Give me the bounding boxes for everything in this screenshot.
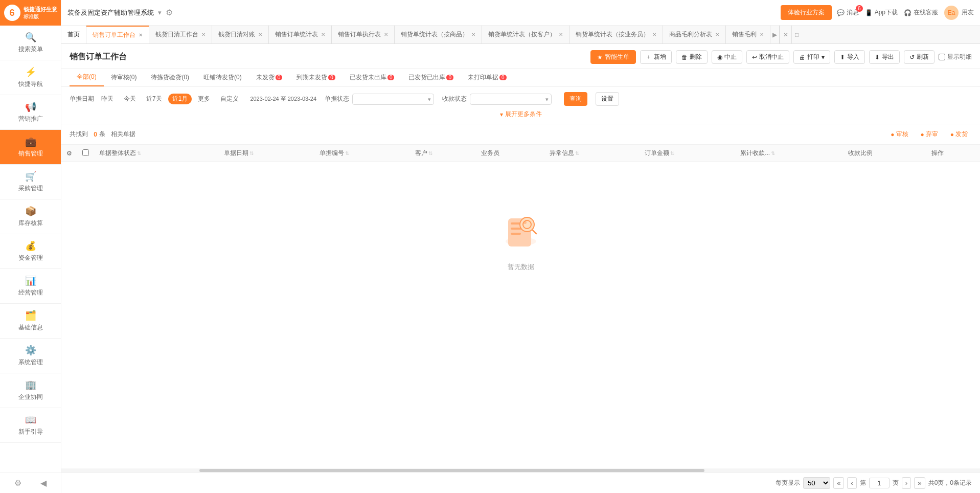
sidebar-item-basic[interactable]: 🗂️ 基础信息 — [0, 304, 61, 339]
refresh-button[interactable]: ↺ 刷新 — [904, 50, 935, 64]
filter-payment-select[interactable] — [470, 94, 552, 105]
tab-sales-gross[interactable]: 销售毛利 ✕ — [726, 26, 770, 44]
message-button[interactable]: 💬 消息 6 — [837, 8, 859, 17]
tab-close-icon[interactable]: ✕ — [321, 32, 325, 37]
add-button[interactable]: ＋ 新增 — [640, 50, 672, 64]
online-service-button[interactable]: 🎧 在线客服 — [904, 8, 938, 17]
app-download-button[interactable]: 📱 App下载 — [865, 8, 898, 17]
date-btn-yesterday[interactable]: 昨天 — [97, 94, 118, 104]
tab-sales-unified-staff[interactable]: 销货单统计表（按业务员） ✕ — [569, 26, 663, 44]
tab-gross-profit[interactable]: 商品毛利分析表 ✕ — [663, 26, 726, 44]
sidebar-item-guide[interactable]: 📖 新手引导 — [0, 408, 61, 443]
sub-tab-overdue-unshipped[interactable]: 到期未发货0 — [289, 69, 343, 86]
suspend-button[interactable]: ◉ 中止 — [712, 50, 742, 64]
unprinted-badge: 0 — [499, 75, 507, 80]
sort-icon[interactable]: ⇅ — [575, 150, 579, 156]
page-number-input[interactable] — [869, 478, 890, 488]
work-area: 销售订单工作台 ★ 智能生单 ＋ 新增 🗑 删除 ◉ 中止 — [61, 44, 980, 493]
smart-create-button[interactable]: ★ 智能生单 — [590, 50, 636, 64]
sub-tab-pending-review[interactable]: 待审核(0) — [104, 69, 144, 86]
audit-button[interactable]: ● 审核 — [886, 128, 912, 140]
sort-icon[interactable]: ⇅ — [249, 150, 254, 156]
sidebar-item-marketing[interactable]: 📢 营销推广 — [0, 95, 61, 130]
tab-close-icon[interactable]: ✕ — [559, 32, 563, 37]
tab-close-icon[interactable]: ✕ — [471, 32, 475, 37]
expand-filter-button[interactable]: ▾ 展开更多条件 — [500, 110, 542, 119]
tab-sales-unified-product[interactable]: 销货单统计表（按商品） ✕ — [395, 26, 482, 44]
tab-sales-exec[interactable]: 销售订单执行表 ✕ — [332, 26, 395, 44]
horizontal-scrollbar[interactable] — [61, 468, 980, 473]
scrollbar-thumb[interactable] — [199, 469, 704, 472]
cancel-suspend-button[interactable]: ↩ 取消中止 — [746, 50, 789, 64]
sidebar-item-quick-nav[interactable]: ⚡ 快捷导航 — [0, 60, 61, 95]
sort-icon[interactable]: ⇅ — [345, 150, 349, 156]
date-btn-custom[interactable]: 自定义 — [216, 94, 243, 104]
tab-close-icon[interactable]: ✕ — [384, 32, 388, 37]
sidebar-item-purchase[interactable]: 🛒 采购管理 — [0, 165, 61, 199]
topbar-dropdown-icon[interactable]: ▾ — [158, 9, 162, 16]
tab-sales-order-workspace[interactable]: 销售订单工作台 ✕ — [86, 26, 149, 44]
first-page-button[interactable]: « — [833, 477, 844, 489]
sub-tab-unshipped[interactable]: 未发货0 — [249, 69, 290, 86]
show-detail-checkbox[interactable] — [939, 54, 945, 60]
sort-icon[interactable]: ⇅ — [428, 150, 432, 156]
tab-sales-stats[interactable]: 销售订单统计表 ✕ — [269, 26, 332, 44]
sidebar-item-finance[interactable]: 💰 资金管理 — [0, 234, 61, 269]
page-size-select[interactable]: 50 20 100 — [803, 477, 830, 489]
tab-close-icon[interactable]: ✕ — [652, 32, 656, 37]
tab-maximize-button[interactable]: □ — [791, 26, 802, 44]
ship-button[interactable]: ● 发货 — [946, 128, 972, 140]
sub-tab-shipped-out[interactable]: 已发货已出库0 — [401, 69, 461, 86]
last-page-button[interactable]: » — [914, 477, 925, 489]
settings-bottom-button[interactable]: ⚙ — [14, 478, 21, 488]
export-button[interactable]: ⬇ 导出 — [869, 50, 900, 64]
date-btn-more[interactable]: 更多 — [194, 94, 214, 104]
select-all-checkbox[interactable] — [82, 149, 89, 156]
tab-more-button[interactable]: ▶ — [770, 26, 780, 44]
tab-sales-unified-customer[interactable]: 销货单统计表（按客户） ✕ — [482, 26, 569, 44]
print-button[interactable]: 🖨 打印 ▾ — [793, 50, 830, 64]
user-menu-button[interactable]: Ea 用友 — [944, 6, 974, 20]
topbar-settings-icon[interactable]: ⚙ — [166, 8, 173, 17]
sub-tab-all[interactable]: 全部(0) — [70, 69, 104, 86]
tab-close-icon[interactable]: ✕ — [139, 32, 143, 38]
next-page-button[interactable]: › — [902, 477, 911, 489]
settings-button[interactable]: 设置 — [596, 92, 619, 106]
tab-close-icon[interactable]: ✕ — [760, 32, 764, 37]
date-btn-1month[interactable]: 近1月 — [168, 94, 192, 104]
sidebar-item-operation[interactable]: 📊 经营管理 — [0, 269, 61, 304]
sort-icon[interactable]: ⇅ — [137, 150, 141, 156]
col-checkbox[interactable] — [77, 145, 94, 162]
industry-solution-button[interactable]: 体验行业方案 — [781, 5, 832, 20]
tab-close-icon[interactable]: ✕ — [201, 32, 206, 37]
sort-icon[interactable]: ⇅ — [670, 150, 674, 156]
sidebar-item-sales[interactable]: 💼 销售管理 — [0, 130, 61, 165]
date-btn-today[interactable]: 今天 — [120, 94, 140, 104]
tab-close-icon[interactable]: ✕ — [258, 32, 262, 37]
sidebar-item-search[interactable]: 🔍 搜索菜单 — [0, 26, 61, 60]
tab-home[interactable]: 首页 — [61, 26, 86, 44]
collapse-button[interactable]: ◀ — [40, 478, 47, 488]
tab-cash-daily[interactable]: 钱货日清工作台 ✕ — [149, 26, 212, 44]
tab-close-icon[interactable]: ✕ — [715, 32, 719, 37]
col-settings[interactable]: ⚙ — [61, 145, 77, 162]
import-button[interactable]: ⬆ 导入 — [834, 50, 865, 64]
sub-tab-pending-inspect[interactable]: 待拣货验货(0) — [144, 69, 196, 86]
cancel-audit-button[interactable]: ● 弃审 — [917, 128, 942, 140]
date-btn-7days[interactable]: 近7天 — [142, 94, 166, 104]
query-button[interactable]: 查询 — [564, 92, 587, 106]
sort-icon[interactable]: ⇅ — [771, 150, 775, 156]
sub-tab-shipped-not-out[interactable]: 已发货未出库0 — [343, 69, 402, 86]
sidebar-item-enterprise[interactable]: 🏢 企业协同 — [0, 373, 61, 408]
sidebar-item-system[interactable]: ⚙️ 系统管理 — [0, 339, 61, 373]
sidebar-item-inventory[interactable]: 📦 库存核算 — [0, 199, 61, 234]
tab-close-all-button[interactable]: ✕ — [780, 26, 791, 44]
delete-button[interactable]: 🗑 删除 — [676, 50, 708, 64]
tab-cash-reconcile[interactable]: 钱货日清对账 ✕ — [212, 26, 269, 44]
filter-status-select[interactable] — [352, 94, 434, 105]
sub-tab-unprinted[interactable]: 未打印单据0 — [461, 69, 514, 86]
sub-tab-wangpu-ship[interactable]: 旺铺待发货(0) — [196, 69, 249, 86]
sidebar-item-label: 基础信息 — [18, 323, 43, 332]
show-detail-label[interactable]: 显示明细 — [939, 53, 972, 61]
prev-page-button[interactable]: ‹ — [847, 477, 856, 489]
